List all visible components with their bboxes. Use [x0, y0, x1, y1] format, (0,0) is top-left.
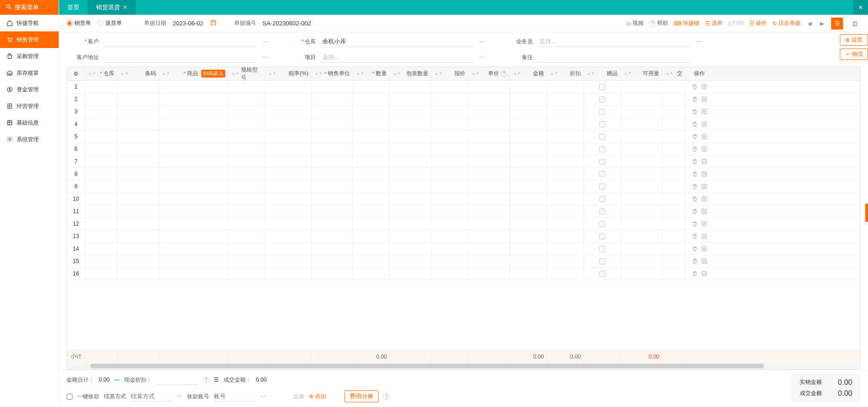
side-handle[interactable] — [865, 204, 868, 222]
table-row[interactable]: 3 — [67, 106, 860, 118]
delete-icon[interactable] — [692, 133, 698, 140]
gift-checkbox[interactable] — [599, 184, 605, 190]
gift-checkbox[interactable] — [599, 84, 605, 90]
th-barcode[interactable]: ▲▼条码 — [118, 67, 159, 80]
warehouse-input[interactable] — [320, 36, 473, 47]
gift-checkbox[interactable] — [599, 109, 605, 115]
th-tax[interactable]: ▲▼税率(%) — [265, 67, 312, 80]
video-link[interactable]: ▷视频 — [627, 19, 644, 27]
gift-checkbox[interactable] — [599, 196, 605, 202]
th-warehouse[interactable]: ▲▼*仓库 — [85, 67, 118, 80]
add-row-icon[interactable] — [701, 258, 707, 264]
logistics-button[interactable]: ＋物流 — [840, 48, 868, 60]
table-row[interactable]: 6 — [67, 143, 860, 156]
nav-quick[interactable]: 快捷导航 — [0, 15, 59, 31]
more-icon[interactable]: ⋯ — [694, 38, 704, 45]
table-row[interactable]: 1 — [67, 81, 860, 93]
th-spec[interactable]: ▲▼规格型号 — [229, 67, 265, 80]
table-row[interactable]: 5 — [67, 131, 860, 143]
add-button[interactable]: ⊕添加 — [309, 393, 326, 401]
delete-icon[interactable] — [692, 221, 698, 227]
customer-input[interactable] — [103, 36, 256, 47]
cashdisc-input[interactable] — [157, 375, 198, 385]
table-row[interactable]: 10 — [67, 193, 860, 205]
delete-icon[interactable] — [692, 258, 698, 264]
print-link[interactable]: ⎙打印 — [728, 19, 744, 27]
th-deliver[interactable]: ▲▼交 — [663, 67, 686, 80]
next-icon[interactable]: ▶ — [819, 20, 826, 27]
help-link[interactable]: ?帮助 — [649, 19, 668, 27]
gift-checkbox[interactable] — [599, 233, 605, 239]
delete-icon[interactable] — [692, 171, 698, 177]
help-icon[interactable]: ? — [500, 71, 507, 77]
radio-return[interactable]: 退货单 — [97, 19, 122, 27]
h-scrollbar[interactable] — [67, 363, 860, 369]
options-link[interactable]: ☰选单 — [705, 19, 723, 27]
th-available[interactable]: ▲▼可用量 — [621, 67, 663, 80]
add-row-icon[interactable] — [701, 196, 707, 202]
table-row[interactable]: 13 — [67, 230, 860, 243]
delete-icon[interactable] — [692, 96, 698, 102]
delete-icon[interactable] — [692, 108, 698, 115]
th-packqty[interactable]: ▲▼包装数量 — [390, 67, 432, 80]
th-amount[interactable]: ▲▼金额 — [510, 67, 547, 80]
table-row[interactable]: 8 — [67, 168, 860, 180]
view-split-icon[interactable]: ◫ — [849, 18, 861, 30]
add-row-icon[interactable] — [701, 221, 707, 227]
table-row[interactable]: 9 — [67, 180, 860, 193]
account-input[interactable] — [214, 391, 255, 401]
add-row-icon[interactable] — [701, 208, 707, 215]
add-row-icon[interactable] — [701, 133, 707, 140]
address-input[interactable] — [103, 52, 256, 63]
add-row-icon[interactable] — [701, 233, 707, 239]
history-link[interactable]: ↻历史单据 — [772, 19, 801, 27]
nav-business[interactable]: 经营管理 — [0, 98, 59, 114]
add-row-icon[interactable] — [701, 245, 707, 252]
onekey-checkbox[interactable] — [66, 394, 72, 400]
add-row-icon[interactable] — [701, 108, 707, 115]
gift-checkbox[interactable] — [599, 221, 605, 227]
nav-basic[interactable]: 基础信息 — [0, 114, 59, 131]
table-row[interactable]: 14 — [67, 243, 860, 255]
scan-badge[interactable]: 扫码录入 — [201, 70, 225, 78]
gift-checkbox[interactable] — [599, 96, 605, 102]
calendar-icon[interactable] — [210, 19, 217, 27]
add-row-icon[interactable] — [701, 183, 707, 190]
table-row[interactable]: 12 — [67, 218, 860, 230]
more-icon[interactable]: ⋯ — [477, 38, 487, 45]
th-gift[interactable]: ▲▼赠品 — [584, 67, 621, 80]
add-row-icon[interactable] — [701, 84, 707, 90]
delete-icon[interactable] — [692, 121, 698, 127]
gift-checkbox[interactable] — [599, 159, 605, 165]
remark-input[interactable] — [537, 52, 690, 63]
gift-checkbox[interactable] — [599, 258, 605, 264]
gift-checkbox[interactable] — [599, 171, 605, 177]
nav-finance[interactable]: 资金管理 — [0, 81, 59, 98]
more-icon[interactable]: ⋯ — [260, 393, 265, 400]
project-input[interactable] — [320, 52, 473, 63]
tab-home[interactable]: 首页 — [59, 0, 88, 15]
gift-checkbox[interactable] — [599, 134, 605, 140]
help-icon[interactable]: ? — [203, 377, 209, 383]
delete-icon[interactable] — [692, 270, 698, 277]
th-qty[interactable]: ▲▼*数量 — [353, 67, 390, 80]
date-value[interactable]: 2023-06-02 — [173, 20, 204, 27]
th-product[interactable]: ▲▼*商品扫码录入 — [159, 67, 229, 80]
delete-icon[interactable] — [692, 146, 698, 152]
close-icon[interactable]: ✕ — [123, 4, 127, 11]
tab-sales-return[interactable]: 销货退货 ✕ — [88, 0, 136, 15]
th-price[interactable]: ▲▼单价 ? — [469, 67, 510, 80]
more-icon[interactable]: ⋯ — [260, 38, 270, 45]
add-row-icon[interactable] — [701, 96, 707, 102]
table-row[interactable]: 11 — [67, 205, 860, 218]
table-row[interactable]: 15 — [67, 255, 860, 268]
add-row-icon[interactable] — [701, 121, 707, 127]
prev-icon[interactable]: ◀ — [806, 20, 813, 27]
ops-link[interactable]: ☰操作 — [749, 19, 767, 27]
add-row-icon[interactable] — [701, 158, 707, 165]
nav-inventory[interactable]: 库存核算 — [0, 65, 59, 81]
th-discount[interactable]: ▲▼折扣 — [547, 67, 584, 80]
gift-checkbox[interactable] — [599, 121, 605, 127]
gift-checkbox[interactable] — [599, 209, 605, 215]
delete-icon[interactable] — [692, 233, 698, 239]
